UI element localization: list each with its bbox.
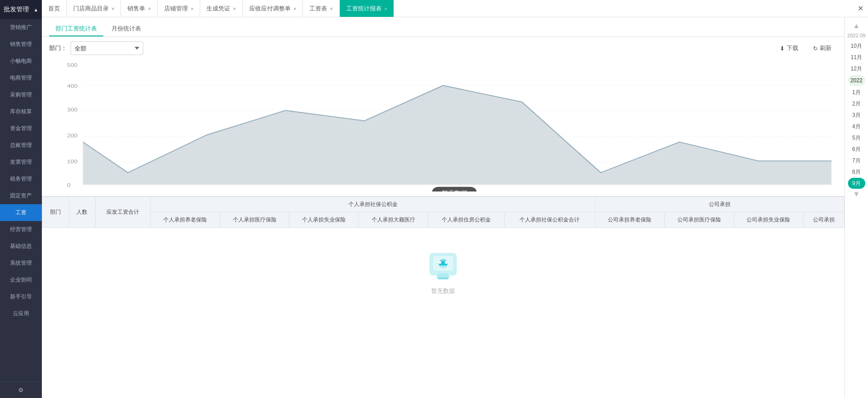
action-buttons: ⬇ 下载 ↻ 刷新	[774, 42, 837, 55]
col-group-personal: 个人承担社保公积金	[151, 197, 595, 212]
sidebar-item-sales[interactable]: 销售管理	[0, 36, 42, 53]
tab-label-payroll: 工资表	[309, 5, 327, 13]
refresh-icon: ↻	[813, 45, 818, 52]
svg-text:暂无数据: 暂无数据	[442, 190, 467, 191]
svg-text:100: 100	[67, 159, 78, 165]
col-个人承担大额医疗: 个人承担大额医疗	[358, 212, 428, 228]
svg-text:0: 0	[67, 182, 71, 188]
sidebar-item-guide[interactable]: 新手引导	[0, 288, 42, 305]
timeline-month-4[interactable]: 4月	[848, 121, 865, 132]
timeline-month-3[interactable]: 3月	[848, 110, 865, 121]
tab-close-store-catalog[interactable]: ×	[111, 6, 114, 11]
timeline-panel: ▲ 2022.09 10月11月12月 2022 1月2月3月4月5月6月7月8…	[844, 17, 868, 398]
col-salary-total: 应发工资合计	[96, 197, 151, 228]
timeline-year-badge[interactable]: 2022	[848, 75, 865, 86]
tab-close-ar-ap-adjust[interactable]: ×	[293, 6, 296, 11]
timeline-down-arrow[interactable]: ▼	[853, 190, 860, 198]
svg-point-20	[445, 261, 448, 264]
refresh-label: 刷新	[820, 44, 832, 52]
table-wrapper: 部门 人数 应发工资合计 个人承担社保公积金 公司承担 个人承担养老保险个人承担…	[42, 196, 844, 398]
download-label: 下载	[787, 44, 798, 52]
sidebar-item-basics[interactable]: 基础信息	[0, 238, 42, 255]
sidebar-item-finance[interactable]: 资金管理	[0, 120, 42, 137]
timeline-month-11[interactable]: 11月	[848, 52, 865, 63]
tabs-container: 首页门店商品目录×销售单×店铺管理×生成凭证×应收应付调整单×工资表×工资统计报…	[42, 0, 394, 17]
timeline-month-5[interactable]: 5月	[848, 132, 865, 143]
timeline-month-1[interactable]: 1月	[848, 87, 865, 98]
sidebar-item-purchase[interactable]: 采购管理	[0, 86, 42, 103]
refresh-button[interactable]: ↻ 刷新	[807, 42, 837, 55]
page-content: 部门工资统计表月份统计表 部门： 全部销售部采购部财务部行政部 ⬇ 下载 ↻ 刷…	[42, 17, 844, 398]
sidebar-item-tax[interactable]: 税务管理	[0, 171, 42, 187]
sidebar-collapse-icon: ▲	[34, 7, 38, 12]
timeline-month-9[interactable]: 9月	[848, 178, 865, 189]
timeline-month-10[interactable]: 10月	[848, 40, 865, 51]
svg-marker-17	[436, 273, 450, 278]
sidebar-item-invoice[interactable]: 发票管理	[0, 154, 42, 171]
tab-sales-order[interactable]: 销售单×	[121, 0, 157, 17]
tab-shop-manage[interactable]: 店铺管理×	[158, 0, 200, 17]
dept-select[interactable]: 全部销售部采购部财务部行政部	[71, 41, 143, 55]
main-content: 首页门店商品目录×销售单×店铺管理×生成凭证×应收应付调整单×工资表×工资统计报…	[42, 0, 868, 398]
sidebar-header[interactable]: 批发管理 ▲	[0, 0, 42, 19]
chart-svg: 0 100 200 300 400 500	[49, 60, 837, 191]
sidebar-item-enterprise[interactable]: 企业协同	[0, 272, 42, 288]
tab-gen-voucher[interactable]: 生成凭证×	[200, 0, 242, 17]
tab-close-gen-voucher[interactable]: ×	[233, 6, 236, 11]
tab-label-sales-order: 销售单	[127, 5, 145, 13]
tab-ar-ap-adjust[interactable]: 应收应付调整单×	[243, 0, 303, 17]
tab-close-shop-manage[interactable]: ×	[191, 6, 193, 11]
timeline-month-2[interactable]: 2月	[848, 98, 865, 109]
col-公司承担医疗保险: 公司承担医疗保险	[665, 212, 734, 228]
col-个人承担住房公积金: 个人承担住房公积金	[428, 212, 505, 228]
sidebar-item-cloud[interactable]: 云应用	[0, 305, 42, 322]
content-area: 部门工资统计表月份统计表 部门： 全部销售部采购部财务部行政部 ⬇ 下载 ↻ 刷…	[42, 17, 868, 398]
timeline-year-2022: 2022.09	[845, 33, 868, 38]
sidebar-item-ecommerce[interactable]: 电商管理	[0, 70, 42, 86]
sidebar-item-operations[interactable]: 经营管理	[0, 221, 42, 238]
tab-salary-report[interactable]: 工资统计报表×	[340, 0, 394, 17]
tab-close-payroll[interactable]: ×	[330, 6, 333, 11]
sidebar-item-salary[interactable]: 工资	[0, 204, 42, 221]
download-button[interactable]: ⬇ 下载	[774, 42, 804, 55]
sub-tab-dept-salary[interactable]: 部门工资统计表	[49, 22, 103, 36]
tab-store-catalog[interactable]: 门店商品目录×	[67, 0, 121, 17]
col-公司承担养老保险: 公司承担养老保险	[595, 212, 664, 228]
chart-area	[83, 86, 831, 185]
timeline-month-12[interactable]: 12月	[848, 63, 865, 74]
sidebar-item-system[interactable]: 系统管理	[0, 255, 42, 272]
sidebar-item-assets[interactable]: 固定资产	[0, 187, 42, 204]
sidebar-item-inventory[interactable]: 库存核算	[0, 103, 42, 120]
timeline-up-arrow[interactable]: ▲	[853, 22, 860, 30]
toolbar: 部门： 全部销售部采购部财务部行政部 ⬇ 下载 ↻ 刷新	[42, 37, 844, 60]
svg-text:400: 400	[67, 83, 78, 89]
tab-close-sales-order[interactable]: ×	[148, 6, 151, 11]
sidebar-item-ecommerce-small[interactable]: 小畅电商	[0, 53, 42, 70]
col-个人承担养老保险: 个人承担养老保险	[151, 212, 220, 228]
svg-text:500: 500	[67, 62, 78, 68]
sidebar: 批发管理 ▲ 营销推广销售管理小畅电商电商管理采购管理库存核算资金管理总账管理发…	[0, 0, 42, 398]
col-公司承担: 公司承担	[803, 212, 844, 228]
download-icon: ⬇	[780, 45, 785, 52]
sub-tab-monthly-stat[interactable]: 月份统计表	[105, 22, 147, 36]
sidebar-title: 批发管理	[4, 5, 29, 14]
tab-close-all[interactable]: ✕	[853, 0, 868, 17]
tab-bar: 首页门店商品目录×销售单×店铺管理×生成凭证×应收应付调整单×工资表×工资统计报…	[42, 0, 868, 17]
chart-wrapper: 0 100 200 300 400 500	[42, 60, 844, 196]
sidebar-settings[interactable]: ⚙	[0, 382, 42, 398]
tab-close-salary-report[interactable]: ×	[384, 6, 387, 11]
col-people: 人数	[69, 197, 96, 228]
chart-container: 0 100 200 300 400 500	[49, 60, 837, 191]
timeline-month-6[interactable]: 6月	[848, 144, 865, 155]
tab-home[interactable]: 首页	[42, 0, 67, 17]
sidebar-item-ledger[interactable]: 总账管理	[0, 137, 42, 154]
tab-label-home: 首页	[48, 5, 60, 13]
sidebar-items: 营销推广销售管理小畅电商电商管理采购管理库存核算资金管理总账管理发票管理税务管理…	[0, 19, 42, 322]
tab-label-shop-manage: 店铺管理	[164, 5, 188, 13]
timeline-month-7[interactable]: 7月	[848, 155, 865, 166]
tab-label-gen-voucher: 生成凭证	[207, 5, 230, 13]
sidebar-item-marketing[interactable]: 营销推广	[0, 19, 42, 36]
timeline-months-2023: 1月2月3月4月5月6月7月8月9月	[848, 86, 865, 189]
tab-payroll[interactable]: 工资表×	[303, 0, 339, 17]
timeline-month-8[interactable]: 8月	[848, 166, 865, 177]
